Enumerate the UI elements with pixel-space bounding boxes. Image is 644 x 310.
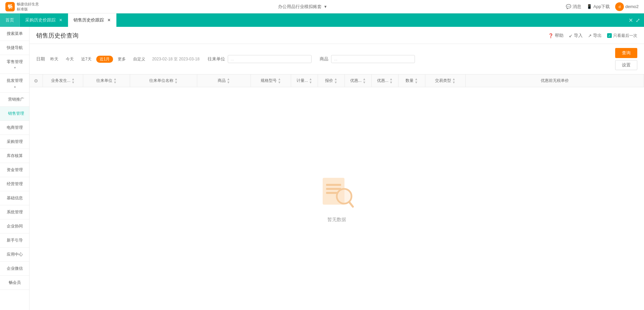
wholesale-mgmt-label: 批发管理 (7, 78, 23, 84)
partner-label: 往来单位 (208, 56, 225, 62)
message-icon: 💬 (566, 4, 571, 9)
th-product[interactable]: 商品 ▲▼ (197, 74, 251, 87)
settings-gear-icon[interactable]: ⚙ (34, 78, 38, 84)
th-measure[interactable]: 计量... ▲▼ (291, 74, 318, 87)
ecommerce-label: 电商管理 (7, 125, 23, 131)
import-icon: ↙ (569, 33, 573, 38)
main-layout: 搜索菜单 快捷导航 零售管理 ▾ 批发管理 ▴ 营销推广 销售管理 电商管理 采… (0, 27, 644, 310)
th-unit-code[interactable]: 往来单位 ▲▼ (83, 74, 130, 87)
tab-home[interactable]: 首页 (0, 13, 20, 27)
filter-row: 日期 昨天 今天 近7天 近1月 更多 自定义 2023-02-18 至 202… (36, 48, 637, 70)
sidebar-item-sales-mgmt[interactable]: 销售管理 (0, 107, 29, 121)
content-area: 销售历史价查询 ❓ 帮助 ↙ 导入 ↗ 导出 (30, 27, 644, 310)
sort-icon-date[interactable]: ▲▼ (71, 78, 75, 84)
sidebar-item-search-menu[interactable]: 搜索菜单 (0, 27, 29, 41)
date-opt-last1month[interactable]: 近1月 (96, 56, 113, 63)
chevron-down-icon: ▾ (14, 66, 16, 69)
sidebar-item-quick-nav[interactable]: 快捷导航 (0, 41, 29, 55)
retail-mgmt-label: 零售管理 (7, 59, 23, 65)
sidebar-item-new-guide[interactable]: 新手引导 (0, 234, 29, 248)
date-opt-custom[interactable]: 自定义 (130, 56, 148, 63)
th-spec[interactable]: 规格型号 ▲▼ (251, 74, 291, 87)
sort-icon-unit-code[interactable]: ▲▼ (113, 78, 117, 84)
th-discount2[interactable]: 优惠... ▲▼ (372, 74, 398, 87)
tab-sales-history[interactable]: 销售历史价跟踪 ✕ (68, 13, 116, 27)
date-opt-yesterday[interactable]: 昨天 (48, 56, 61, 63)
th-date[interactable]: 业务发生... ▲▼ (43, 74, 83, 87)
tab-close-sales[interactable]: ✕ (107, 18, 111, 22)
sort-icon-measure[interactable]: ▲▼ (309, 78, 312, 84)
download-icon: 📱 (587, 4, 592, 9)
sidebar-item-enterprise-collab[interactable]: 企业协同 (0, 219, 29, 234)
top-bar: 畅 畅捷信好生意 标准版 办公用品行业模拟账套 ▾ 💬 消息 📱 App下载 d… (0, 0, 644, 13)
th-trade-type[interactable]: 交易类型 ▲▼ (425, 74, 466, 87)
query-button[interactable]: 查询 (615, 48, 637, 58)
empty-svg (317, 174, 357, 211)
sidebar-item-basic-info[interactable]: 基础信息 (0, 191, 29, 205)
sort-icon-trade-type[interactable]: ▲▼ (452, 78, 455, 84)
product-filter: 商品 ... (320, 55, 415, 63)
sidebar-item-system-mgmt[interactable]: 系统管理 (0, 205, 29, 219)
th-tax-price[interactable]: 优惠前无税单价 (466, 74, 644, 87)
tab-maximize-btn[interactable]: ⤢ (636, 17, 640, 23)
date-opt-last7[interactable]: 近7天 (78, 56, 94, 63)
sidebar-item-finance[interactable]: 资金管理 (0, 163, 29, 177)
svg-line-5 (349, 202, 353, 207)
page-title-row: 销售历史价查询 ❓ 帮助 ↙ 导入 ↗ 导出 (36, 32, 637, 40)
th-price[interactable]: 报价 ▲▼ (318, 74, 345, 87)
partner-input[interactable]: ... (228, 55, 312, 63)
only-last-checkbox[interactable]: ✓ 只看最后一次 (607, 33, 637, 39)
basic-info-label: 基础信息 (7, 195, 23, 201)
app-title-area[interactable]: 办公用品行业模拟账套 ▾ (278, 4, 327, 10)
app-download-btn[interactable]: 📱 App下载 (587, 4, 610, 10)
th-settings[interactable]: ⚙ (30, 74, 43, 87)
user-profile[interactable]: d demo2 (615, 2, 639, 11)
logo-text: 畅捷信好生意 标准版 (17, 2, 39, 11)
top-bar-left: 畅 畅捷信好生意 标准版 (5, 2, 39, 11)
top-bar-right: 💬 消息 📱 App下载 d demo2 (566, 2, 639, 11)
sort-icon-qty[interactable]: ▲▼ (415, 78, 418, 84)
date-range: 2023-02-18 至 2023-03-18 (152, 56, 199, 62)
settings-button[interactable]: 设置 (615, 60, 637, 70)
import-btn[interactable]: ↙ 导入 (569, 33, 583, 39)
th-unit-name[interactable]: 往来单位名称 ▲▼ (130, 74, 197, 87)
sort-icon-discount2[interactable]: ▲▼ (389, 78, 393, 84)
message-btn[interactable]: 💬 消息 (566, 4, 581, 10)
sidebar-item-marketing[interactable]: 营销推广 (0, 93, 29, 107)
page-actions: ❓ 帮助 ↙ 导入 ↗ 导出 ✓ 只看最后一 (548, 33, 637, 39)
sidebar-item-operations[interactable]: 经营管理 (0, 177, 29, 191)
sort-icon-unit-name[interactable]: ▲▼ (174, 78, 178, 84)
product-input[interactable]: ... (331, 55, 415, 63)
table-area: ⚙ 业务发生... ▲▼ 往来单位 ▲▼ 往来单位名称 ▲▼ 商品 ▲▼ (30, 74, 644, 310)
th-qty[interactable]: 数量 ▲▼ (398, 74, 425, 87)
sort-icon-discount1[interactable]: ▲▼ (363, 78, 366, 84)
inventory-label: 库存核算 (7, 153, 23, 159)
help-icon: ❓ (548, 33, 553, 38)
sidebar-item-enterprise-wechat[interactable]: 企业微信 (0, 262, 29, 276)
tab-purchase-history[interactable]: 采购历史价跟踪 ✕ (20, 13, 68, 27)
tab-close-purchase[interactable]: ✕ (59, 18, 62, 22)
page-title: 销售历史价查询 (36, 32, 78, 40)
sidebar-item-inventory[interactable]: 库存核算 (0, 149, 29, 163)
date-opt-more[interactable]: 更多 (115, 56, 128, 63)
sidebar-item-member[interactable]: 畅会员 (0, 276, 29, 290)
th-discount1[interactable]: 优惠... ▲▼ (345, 74, 372, 87)
export-btn[interactable]: ↗ 导出 (588, 33, 602, 39)
sort-icon-spec[interactable]: ▲▼ (278, 78, 281, 84)
sidebar-item-wholesale-mgmt[interactable]: 批发管理 ▴ (0, 74, 29, 93)
sidebar-item-app-center[interactable]: 应用中心 (0, 248, 29, 262)
date-opt-today[interactable]: 今天 (63, 56, 76, 63)
help-btn[interactable]: ❓ 帮助 (548, 33, 564, 39)
empty-state: 暂无数据 (30, 87, 644, 310)
sort-icon-product[interactable]: ▲▼ (227, 78, 230, 84)
sidebar: 搜索菜单 快捷导航 零售管理 ▾ 批发管理 ▴ 营销推广 销售管理 电商管理 采… (0, 27, 30, 310)
dropdown-icon[interactable]: ▾ (324, 4, 327, 9)
sidebar-item-ecommerce[interactable]: 电商管理 (0, 121, 29, 135)
sidebar-item-purchase-mgmt[interactable]: 采购管理 (0, 135, 29, 149)
tab-close-all-btn[interactable]: ✕ (629, 17, 633, 23)
member-label: 畅会员 (9, 280, 21, 286)
sidebar-item-retail-mgmt[interactable]: 零售管理 ▾ (0, 55, 29, 74)
page-header: 销售历史价查询 ❓ 帮助 ↙ 导入 ↗ 导出 (30, 27, 644, 44)
sort-icon-price[interactable]: ▲▼ (334, 78, 337, 84)
export-icon: ↗ (588, 33, 592, 38)
